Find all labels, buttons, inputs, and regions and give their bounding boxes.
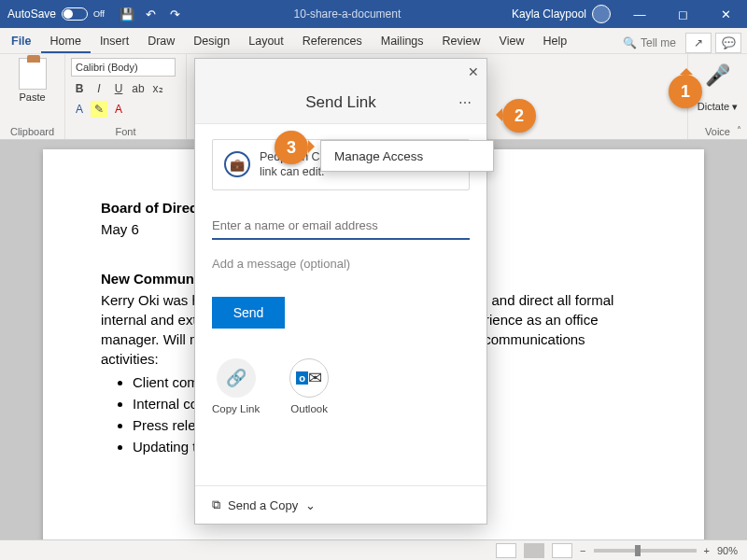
- outlook-button[interactable]: o✉ Outlook: [289, 358, 329, 414]
- quick-access-toolbar: 💾 ↶ ↷: [112, 7, 190, 21]
- send-copy-label: Send a Copy: [228, 498, 298, 512]
- avatar-icon: [592, 5, 611, 23]
- tab-mailings[interactable]: Mailings: [372, 29, 433, 53]
- tab-layout[interactable]: Layout: [239, 29, 293, 53]
- close-button[interactable]: ✕: [704, 0, 747, 28]
- strikethrough-button[interactable]: ab: [130, 80, 147, 97]
- callout-3: 3: [275, 131, 308, 164]
- tab-draw[interactable]: Draw: [138, 29, 184, 53]
- tell-me-label: Tell me: [641, 36, 676, 49]
- dialog-title: Send Link: [305, 93, 376, 112]
- microphone-icon[interactable]: 🎤: [705, 63, 730, 88]
- search-icon: 🔍: [623, 36, 637, 49]
- outlook-icon: o✉: [289, 358, 329, 398]
- tab-review[interactable]: Review: [433, 29, 490, 53]
- dialog-body: 💼 People in CustomGuide with this link c…: [195, 124, 486, 485]
- autosave-label: AutoSave: [7, 7, 56, 21]
- outlook-label: Outlook: [290, 403, 328, 414]
- clipboard-icon: [19, 58, 47, 90]
- tell-me-search[interactable]: 🔍 Tell me: [617, 36, 682, 49]
- maximize-button[interactable]: ◻: [661, 0, 704, 28]
- status-bar: − + 90%: [0, 539, 747, 560]
- manage-access-label: Manage Access: [334, 149, 423, 163]
- bold-button[interactable]: B: [71, 80, 88, 97]
- share-icon: ↗: [694, 36, 703, 49]
- share-options: 🔗 Copy Link o✉ Outlook: [212, 358, 470, 414]
- comment-icon: 💬: [722, 36, 736, 49]
- copy-link-label: Copy Link: [212, 403, 260, 414]
- user-name: Kayla Claypool: [512, 7, 586, 21]
- text-effects-button[interactable]: A: [71, 101, 88, 118]
- manage-access-menu-item[interactable]: Manage Access: [320, 140, 494, 172]
- autosave-state: Off: [93, 9, 105, 19]
- toggle-icon: [62, 7, 88, 21]
- paste-button[interactable]: Paste: [6, 58, 59, 103]
- minimize-button[interactable]: —: [618, 0, 661, 28]
- font-color-button[interactable]: A: [110, 101, 127, 118]
- briefcase-icon: 💼: [224, 151, 250, 177]
- voice-group-label: Voice: [705, 124, 730, 137]
- copy-icon: ⧉: [212, 497, 220, 512]
- clipboard-group: Paste Clipboard: [0, 54, 65, 139]
- window-controls: — ◻ ✕: [618, 0, 747, 28]
- user-account[interactable]: Kayla Claypool: [504, 5, 618, 23]
- copy-link-button[interactable]: 🔗 Copy Link: [212, 358, 260, 414]
- zoom-level[interactable]: 90%: [717, 545, 738, 556]
- email-input[interactable]: [212, 213, 470, 240]
- send-button[interactable]: Send: [212, 297, 285, 329]
- font-group: B I U ab x₂ A ✎ A Font: [65, 54, 187, 139]
- document-title: 10-share-a-document: [190, 7, 504, 21]
- font-name-select[interactable]: [71, 58, 176, 77]
- tab-file[interactable]: File: [0, 29, 41, 53]
- tab-view[interactable]: View: [490, 29, 534, 53]
- paste-label: Paste: [19, 91, 45, 103]
- dialog-close-button[interactable]: ✕: [468, 64, 479, 79]
- tab-help[interactable]: Help: [533, 29, 576, 53]
- undo-icon[interactable]: ↶: [144, 7, 159, 21]
- message-input[interactable]: Add a message (optional): [212, 257, 470, 271]
- zoom-slider[interactable]: [594, 549, 697, 553]
- clipboard-group-label: Clipboard: [6, 124, 59, 137]
- print-layout-button[interactable]: [524, 543, 544, 558]
- chevron-down-icon: ⌄: [305, 498, 316, 512]
- zoom-in-button[interactable]: +: [704, 545, 710, 556]
- read-mode-button[interactable]: [496, 543, 516, 558]
- title-bar: AutoSave Off 💾 ↶ ↷ 10-share-a-document K…: [0, 0, 747, 28]
- italic-button[interactable]: I: [91, 80, 107, 97]
- dictate-label: Dictate: [698, 101, 729, 112]
- tab-design[interactable]: Design: [184, 29, 239, 53]
- underline-button[interactable]: U: [110, 80, 127, 97]
- zoom-out-button[interactable]: −: [580, 545, 585, 556]
- dialog-header: ✕ Send Link ⋯: [195, 59, 486, 124]
- font-group-label: Font: [71, 124, 180, 137]
- dictate-button[interactable]: Dictate ▾: [698, 101, 738, 113]
- tab-insert[interactable]: Insert: [91, 29, 138, 53]
- callout-2: 2: [502, 99, 536, 133]
- send-a-copy-button[interactable]: ⧉ Send a Copy ⌄: [195, 485, 486, 524]
- redo-icon[interactable]: ↷: [168, 7, 183, 21]
- dialog-more-button[interactable]: ⋯: [458, 95, 473, 110]
- more-font-button[interactable]: x₂: [149, 80, 166, 97]
- send-link-dialog: ✕ Send Link ⋯ 💼 People in CustomGuide wi…: [194, 58, 487, 525]
- share-button[interactable]: ↗: [685, 33, 712, 53]
- save-icon[interactable]: 💾: [120, 7, 134, 21]
- autosave-toggle[interactable]: AutoSave Off: [0, 7, 112, 21]
- comments-button[interactable]: 💬: [715, 33, 741, 53]
- web-layout-button[interactable]: [552, 543, 572, 558]
- ribbon-tabs: File Home Insert Draw Design Layout Refe…: [0, 28, 747, 54]
- highlight-button[interactable]: ✎: [91, 101, 107, 118]
- tab-home[interactable]: Home: [41, 29, 91, 53]
- collapse-ribbon-button[interactable]: ˄: [737, 125, 741, 135]
- callout-1: 1: [669, 75, 702, 108]
- tab-references[interactable]: References: [293, 29, 372, 53]
- link-icon: 🔗: [217, 358, 256, 398]
